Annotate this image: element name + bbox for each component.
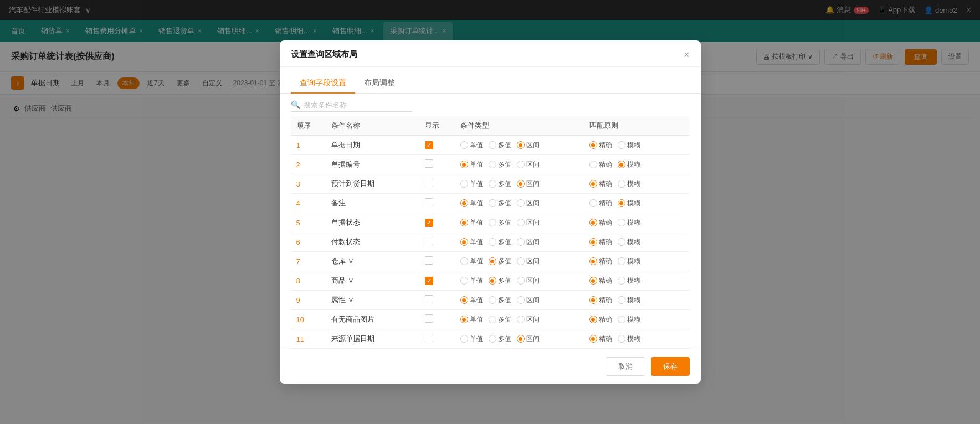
radio-match-精确-6[interactable]: 精确 [589, 257, 612, 266]
radio-type-单值-10[interactable]: 单值 [460, 334, 483, 344]
radio-circle-2 [489, 180, 496, 188]
checkbox-0[interactable]: ✓ [425, 141, 433, 149]
radio-match-模糊-1[interactable]: 模糊 [618, 160, 640, 169]
radio-type-区间-1[interactable]: 区间 [517, 160, 540, 169]
radio-type-区间-10[interactable]: 区间 [517, 334, 540, 344]
radio-match-精确-7[interactable]: 精确 [589, 276, 612, 286]
radio-type-区间-9[interactable]: 区间 [517, 315, 540, 324]
radio-match-模糊-2[interactable]: 模糊 [618, 179, 640, 189]
radio-type-多值-4[interactable]: 多值 [489, 218, 511, 227]
radio-match-circle-6 [589, 257, 597, 265]
radio-type-多值-10[interactable]: 多值 [489, 334, 511, 344]
radio-type-单值-7[interactable]: 单值 [460, 276, 483, 286]
checkbox-6[interactable] [425, 256, 433, 265]
radio-match-模糊-0[interactable]: 模糊 [618, 141, 640, 150]
radio-match-模糊-5[interactable]: 模糊 [618, 237, 640, 247]
radio-match-精确-1[interactable]: 精确 [589, 160, 612, 169]
radio-type-单值-0[interactable]: 单值 [460, 141, 483, 150]
radio-match-精确-2[interactable]: 精确 [589, 179, 612, 189]
checkbox-9[interactable] [425, 314, 433, 323]
radio-match-模糊-4[interactable]: 模糊 [618, 218, 640, 227]
radio-match-精确-4[interactable]: 精确 [589, 218, 612, 227]
radio-type-单值-5[interactable]: 单值 [460, 237, 483, 247]
radio-type-区间-2[interactable]: 区间 [517, 179, 540, 189]
radio-type-区间-8[interactable]: 区间 [517, 296, 540, 305]
tab-layout-adjust[interactable]: 布局调整 [355, 74, 404, 94]
radio-type-区间-6[interactable]: 区间 [517, 257, 540, 266]
radio-type-区间-3[interactable]: 区间 [517, 199, 540, 208]
row-name-1: 单据编号 [326, 155, 419, 174]
row-display-8[interactable] [419, 291, 455, 310]
radio-match-精确-8[interactable]: 精确 [589, 296, 612, 305]
radio-type-区间-5[interactable]: 区间 [517, 237, 540, 247]
row-display-10[interactable] [419, 329, 455, 349]
row-name-0: 单据日期 [326, 136, 419, 155]
radio-type-区间-7[interactable]: 区间 [517, 276, 540, 286]
search-input[interactable] [304, 101, 413, 109]
radio-match-模糊-9[interactable]: 模糊 [618, 315, 640, 324]
radio-match-精确-9[interactable]: 精确 [589, 315, 612, 324]
row-display-1[interactable] [419, 155, 455, 174]
row-display-6[interactable] [419, 252, 455, 271]
radio-match-精确-3[interactable]: 精确 [589, 199, 612, 208]
checkbox-3[interactable] [425, 198, 433, 206]
row-display-2[interactable] [419, 174, 455, 194]
radio-type-多值-6[interactable]: 多值 [489, 257, 511, 266]
radio-match-circle-7 [618, 277, 625, 285]
radio-circle-1 [489, 161, 496, 168]
radio-type-多值-5[interactable]: 多值 [489, 237, 511, 247]
radio-match-精确-10[interactable]: 精确 [589, 334, 612, 344]
radio-match-模糊-3[interactable]: 模糊 [618, 199, 640, 208]
checkbox-4[interactable]: ✓ [425, 219, 433, 227]
radio-match-circle-7 [589, 277, 597, 285]
radio-type-多值-7[interactable]: 多值 [489, 276, 511, 286]
radio-type-多值-8[interactable]: 多值 [489, 296, 511, 305]
radio-circle-6 [489, 257, 496, 265]
row-display-4[interactable]: ✓ [419, 213, 455, 232]
radio-type-单值-9[interactable]: 单值 [460, 315, 483, 324]
radio-circle-5 [460, 238, 468, 246]
radio-type-区间-0[interactable]: 区间 [517, 141, 540, 150]
radio-type-单值-2[interactable]: 单值 [460, 179, 483, 189]
radio-type-单值-6[interactable]: 单值 [460, 257, 483, 266]
checkbox-10[interactable] [425, 334, 433, 342]
radio-type-单值-1[interactable]: 单值 [460, 160, 483, 169]
radio-type-多值-9[interactable]: 多值 [489, 315, 511, 324]
radio-circle-0 [489, 141, 496, 149]
checkbox-8[interactable] [425, 295, 433, 303]
radio-type-多值-2[interactable]: 多值 [489, 179, 511, 189]
tab-field-settings[interactable]: 查询字段设置 [291, 74, 355, 94]
radio-type-多值-0[interactable]: 多值 [489, 141, 511, 150]
radio-match-模糊-6[interactable]: 模糊 [618, 257, 640, 266]
cancel-button[interactable]: 取消 [606, 357, 645, 376]
table-row: 3预计到货日期单值多值区间精确模糊 [291, 174, 690, 194]
radio-match-精确-5[interactable]: 精确 [589, 237, 612, 247]
radio-type-多值-1[interactable]: 多值 [489, 160, 511, 169]
radio-match-模糊-8[interactable]: 模糊 [618, 296, 640, 305]
row-display-0[interactable]: ✓ [419, 136, 455, 155]
radio-match-模糊-7[interactable]: 模糊 [618, 276, 640, 286]
radio-match-模糊-10[interactable]: 模糊 [618, 334, 640, 344]
row-type-6: 单值多值区间 [455, 252, 584, 271]
row-name-6: 仓库 ∨ [326, 252, 419, 271]
checkbox-5[interactable] [425, 237, 433, 245]
row-display-5[interactable] [419, 232, 455, 252]
checkbox-2[interactable] [425, 179, 433, 187]
row-display-9[interactable] [419, 310, 455, 329]
row-display-7[interactable]: ✓ [419, 271, 455, 291]
radio-match-circle-3 [589, 199, 597, 207]
save-button[interactable]: 保存 [651, 357, 690, 376]
checkbox-1[interactable] [425, 159, 433, 168]
row-seq-7: 8 [291, 271, 326, 291]
radio-type-单值-4[interactable]: 单值 [460, 218, 483, 227]
radio-type-多值-3[interactable]: 多值 [489, 199, 511, 208]
radio-match-精确-0[interactable]: 精确 [589, 141, 612, 150]
checkbox-7[interactable]: ✓ [425, 277, 433, 285]
radio-type-区间-4[interactable]: 区间 [517, 218, 540, 227]
radio-circle-8 [517, 296, 525, 304]
radio-type-单值-8[interactable]: 单值 [460, 296, 483, 305]
row-seq-6: 7 [291, 252, 326, 271]
dialog-close-button[interactable]: × [684, 50, 690, 60]
row-display-3[interactable] [419, 194, 455, 213]
radio-type-单值-3[interactable]: 单值 [460, 199, 483, 208]
